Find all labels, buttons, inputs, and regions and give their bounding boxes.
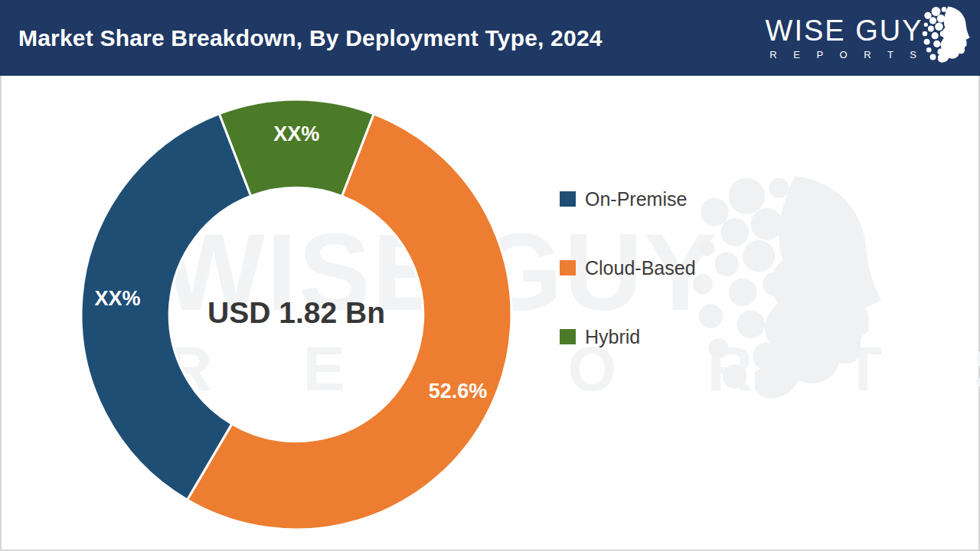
segment-value-label: XX%: [273, 122, 319, 145]
legend-swatch-hybrid: [560, 329, 576, 344]
legend-swatch-on-premise: [560, 191, 576, 207]
brand-face-icon: [922, 5, 972, 71]
brand-subname: R E P O R T S: [769, 50, 923, 60]
legend-item-cloud-based: Cloud-Based: [560, 258, 696, 278]
legend-item-on-premise: On-Premise: [560, 189, 696, 209]
chart-legend: On-Premise Cloud-Based Hybrid: [560, 189, 696, 396]
chart-center-value: USD 1.82 Bn: [207, 296, 385, 330]
page-title: Market Share Breakdown, By Deployment Ty…: [18, 25, 603, 51]
legend-label-on-premise: On-Premise: [585, 190, 687, 209]
brand-logo: WISE GUY R E P O R T S: [765, 5, 972, 71]
segment-value-label: XX%: [94, 287, 140, 310]
legend-swatch-cloud-based: [560, 260, 576, 276]
watermark-face-icon: [691, 171, 891, 434]
infographic-root: Market Share Breakdown, By Deployment Ty…: [0, 0, 980, 551]
segment-value-label: 52.6%: [429, 380, 488, 403]
chart-area: WISE GUY R E P O R T S XX%52.6%XX% USD 1…: [0, 76, 980, 551]
brand-name: WISE GUY: [766, 16, 923, 45]
header: Market Share Breakdown, By Deployment Ty…: [0, 0, 980, 76]
brand-logo-text: WISE GUY R E P O R T S: [765, 16, 923, 60]
legend-label-cloud-based: Cloud-Based: [585, 259, 696, 278]
legend-item-hybrid: Hybrid: [560, 327, 696, 347]
legend-label-hybrid: Hybrid: [585, 328, 640, 347]
